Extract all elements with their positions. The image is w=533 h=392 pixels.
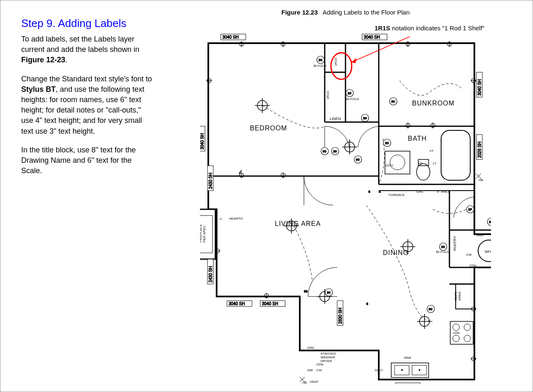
svg-text:26: 26 [363, 116, 367, 120]
note-hearth: HEARTH [229, 217, 243, 220]
note-gfci-2: GFCI [375, 368, 382, 372]
svg-text:2430 SH: 2430 SH [208, 266, 213, 282]
paragraph-3: In the title block, use 8" text for the … [21, 145, 154, 176]
note-stacked: STACKEDWASHERDRYER [321, 352, 336, 363]
svg-text:$: $ [366, 302, 368, 306]
note-gas-1: GAS [416, 190, 423, 194]
svg-text:20: 20 [348, 91, 351, 95]
svg-text:3040 SH: 3040 SH [222, 35, 239, 39]
note-gas-2: GAS [476, 233, 484, 237]
svg-text:$: $ [368, 190, 370, 194]
svg-text:3040 SH: 3040 SH [200, 133, 205, 149]
p2-a: Change the Standard text style's font to [21, 75, 152, 83]
label-living: LIVING AREA [275, 220, 321, 227]
note-prefab: PREFABFIREPLACEPER SPEC. [200, 224, 206, 243]
note-hb-1: HB [302, 381, 307, 384]
note-gas-3: GAS [307, 346, 314, 350]
note-hb-2: HB [479, 178, 483, 182]
note-bifold-1: BI-FOLD [313, 64, 327, 68]
note-6wall: 6" WALL [437, 190, 450, 194]
note-hw: HW [307, 368, 313, 372]
svg-text:20: 20 [441, 245, 445, 249]
note-bifold-3: BI-FOLD [436, 250, 449, 254]
svg-text:$: $ [379, 190, 381, 194]
note-gfci-1: GFCI [385, 164, 393, 167]
svg-text:60: 60 [356, 158, 360, 162]
svg-text:20: 20 [385, 141, 389, 145]
label-wh: WH [485, 250, 491, 254]
svg-text:2830 SH: 2830 SH [338, 308, 343, 324]
note-vent: VENT [310, 380, 318, 384]
note-1r1s-a: 1R1S [334, 58, 338, 66]
svg-point-25 [401, 369, 403, 371]
note-ht: HT [418, 162, 423, 165]
note-sink: SINK [404, 356, 412, 360]
floor-plan-svg: $ $ $$ $ 20 20 26 60 26 60 20 60 30 20 2… [200, 18, 491, 384]
svg-text:60: 60 [323, 149, 326, 153]
label-linen: LINEN [330, 117, 341, 121]
svg-text:3040 SH: 3040 SH [262, 301, 278, 306]
label-bedroom: BEDROOM [250, 125, 287, 132]
p2-b: Stylus BT [21, 85, 56, 93]
svg-text:3040 SH: 3040 SH [364, 35, 380, 39]
svg-text:3040 SH: 3040 SH [229, 301, 245, 306]
note-1r1s-b: 1R1S [326, 91, 330, 99]
figure-area: Figure 12.23 Adding Labels to the Floor … [167, 9, 524, 387]
note-220v-3: 220v [469, 264, 476, 267]
svg-text:2F: 2F [468, 208, 472, 211]
figure-caption: Figure 12.23 Adding Labels to the Floor … [167, 9, 524, 16]
label-bath: BATH [408, 135, 427, 142]
note-cw-2: CW [466, 253, 472, 257]
instruction-column: Step 9. Adding Labels To add labels, set… [21, 17, 154, 184]
p1-a: To add labels, set the Labels layer curr… [21, 35, 139, 54]
svg-text:3040 SH: 3040 SH [477, 79, 482, 96]
paragraph-1: To add labels, set the Labels layer curr… [21, 34, 154, 66]
svg-text:26: 26 [333, 149, 337, 153]
svg-point-26 [419, 369, 420, 371]
svg-text:30: 30 [327, 291, 331, 294]
note-cw: CW [316, 368, 322, 372]
svg-text:60: 60 [429, 307, 432, 311]
label-dining: DINING [383, 249, 409, 256]
label-refr: REFRAREA [454, 292, 461, 301]
svg-text:20: 20 [318, 58, 322, 62]
svg-text:20: 20 [489, 220, 491, 224]
svg-text:60: 60 [391, 100, 395, 103]
note-lt: LT [433, 162, 437, 165]
step-title: Step 9. Adding Labels [21, 17, 154, 30]
label-pantry: PANTRY [453, 236, 457, 251]
note-vt: VT [429, 149, 434, 153]
label-bunkroom: BUNKROOM [412, 100, 454, 107]
note-furnace: FURNACE [389, 193, 405, 197]
figure-number: Figure 12.23 [281, 9, 318, 16]
paragraph-2: Change the Standard text style's font to… [21, 74, 154, 137]
figure-title: Adding Labels to the Floor Plan [323, 9, 410, 16]
note-220v-1: 220v [316, 363, 323, 366]
note-bifold-2: BI-FOLD [346, 97, 359, 101]
p1-b: Figure 12-23 [21, 56, 65, 64]
svg-text:$$: $$ [304, 289, 308, 293]
svg-text:2026 SH: 2026 SH [477, 142, 482, 158]
svg-text:2430 SH: 2430 SH [208, 173, 213, 189]
note-220v-2: 220v [453, 331, 460, 335]
p1-c: . [65, 56, 67, 64]
